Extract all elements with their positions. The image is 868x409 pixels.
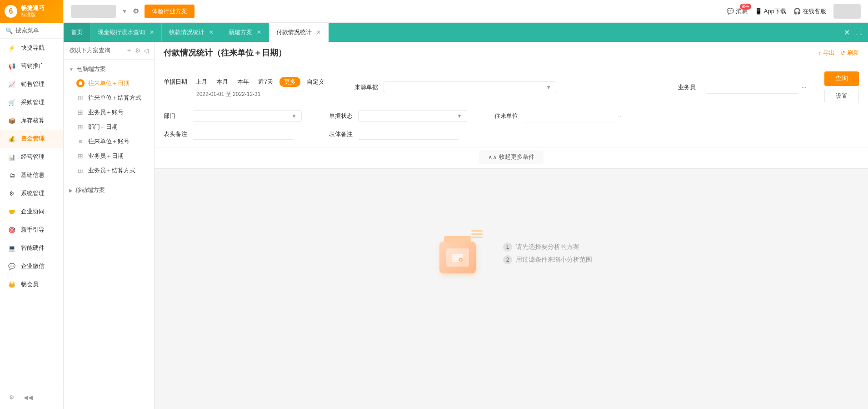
user-avatar[interactable] bbox=[833, 4, 861, 19]
desktop-scheme-group-title[interactable]: ▼ 电脑端方案 bbox=[64, 62, 154, 76]
sidebar-item-wechat[interactable]: 💬 企业微信 bbox=[0, 257, 63, 275]
header-note-input[interactable] bbox=[193, 129, 293, 140]
counterpart-dots[interactable]: ··· bbox=[618, 113, 623, 119]
salesperson-dots[interactable]: ··· bbox=[802, 84, 806, 91]
search-label: 搜索菜单 bbox=[15, 26, 39, 35]
sidebar-item-marketing[interactable]: 📢 营销推广 bbox=[0, 57, 63, 75]
scheme-item-dept-date[interactable]: ⊞ 部门＋日期 bbox=[64, 120, 154, 134]
sidebar-item-smart[interactable]: 💻 智能硬件 bbox=[0, 239, 63, 257]
sidebar-label-marketing: 营销推广 bbox=[21, 62, 45, 70]
service-label: 在线客服 bbox=[803, 7, 826, 15]
sidebar-search[interactable]: 🔍 搜索菜单 bbox=[0, 23, 63, 39]
scheme-panel-title-area: 按以下方案查询 bbox=[69, 46, 110, 55]
message-icon: 💬 bbox=[727, 8, 734, 15]
collapse-button[interactable]: ∧∧ 收起更多条件 bbox=[479, 150, 544, 164]
system-icon: ⚙ bbox=[7, 189, 16, 198]
hint-text-1: 请先选择要分析的方案 bbox=[516, 243, 579, 251]
right-content: 付款情况统计（往来单位＋日期） ↑ 导出 ↺ 刷新 单据日期 bbox=[155, 42, 868, 409]
sidebar-item-operations[interactable]: 📊 经营管理 bbox=[0, 148, 63, 166]
tab-new-scheme-close[interactable]: ✕ bbox=[257, 29, 261, 35]
scheme-item-counterpart-payment[interactable]: ⊞ 往来单位＋结算方式 bbox=[64, 91, 154, 105]
app-name: 畅捷通巧 bbox=[21, 5, 45, 12]
tab-bank-flow-close[interactable]: ✕ bbox=[150, 29, 154, 35]
app-download-button[interactable]: 📱 App下载 bbox=[755, 7, 786, 15]
scheme-panel-title: 按以下方案查询 bbox=[69, 46, 110, 55]
sidebar-item-cooperation[interactable]: 🤝 企业协同 bbox=[0, 202, 63, 221]
scheme-item-counterpart-date[interactable]: 往来单位＋日期 bbox=[64, 76, 154, 91]
grid-icon-5: ⊞ bbox=[76, 167, 85, 175]
sidebar-item-member[interactable]: 👑 畅会员 bbox=[0, 275, 63, 293]
setting-button[interactable]: 设置 bbox=[824, 89, 859, 103]
sidebar-item-sales[interactable]: 📈 销售管理 bbox=[0, 75, 63, 93]
scheme-label-counterpart-date: 往来单位＋日期 bbox=[88, 79, 130, 87]
page-header: 付款情况统计（往来单位＋日期） ↑ 导出 ↺ 刷新 bbox=[155, 42, 868, 64]
header-right: 💬 消息 99+ 📱 App下载 🎧 在线客服 bbox=[727, 4, 861, 19]
body-note-input[interactable] bbox=[358, 129, 458, 140]
date-range-display: 2022-01-01 至 2022-12-31 bbox=[196, 91, 260, 97]
sidebar-item-inventory[interactable]: 📦 库存核算 bbox=[0, 111, 63, 130]
tab-bank-flow[interactable]: 现金银行流水查询 ✕ bbox=[90, 23, 162, 42]
date-opt-7days[interactable]: 近7天 bbox=[255, 77, 276, 87]
mobile-scheme-group-title[interactable]: ▶ 移动端方案 bbox=[64, 183, 154, 197]
tab-new-scheme[interactable]: 新建方案 ✕ bbox=[221, 23, 269, 42]
scheme-collapse-btn[interactable]: ◁ bbox=[144, 47, 149, 54]
sidebar-label-system: 系统管理 bbox=[21, 189, 45, 197]
desktop-group-arrow: ▼ bbox=[69, 67, 74, 72]
add-scheme-btn[interactable]: ＋ bbox=[126, 46, 132, 55]
tab-new-scheme-label: 新建方案 bbox=[229, 28, 252, 36]
sidebar-label-basic-info: 基础信息 bbox=[21, 171, 45, 179]
tab-expand-icon[interactable]: ⛶ bbox=[855, 28, 863, 36]
dept-select[interactable]: ▼ bbox=[193, 110, 302, 122]
sidebar-settings-btn[interactable]: ⚙ bbox=[5, 391, 18, 404]
date-opt-more[interactable]: 更多 bbox=[279, 77, 300, 87]
sidebar-item-system[interactable]: ⚙ 系统管理 bbox=[0, 184, 63, 202]
tab-payment-stat-label: 付款情况统计 bbox=[276, 28, 312, 36]
doc-status-select[interactable]: ▼ bbox=[358, 110, 467, 122]
tab-home[interactable]: 首页 bbox=[64, 23, 90, 42]
sidebar-item-basic-info[interactable]: 🗂 基础信息 bbox=[0, 166, 63, 184]
source-doc-select[interactable]: ▼ bbox=[384, 81, 556, 93]
sidebar-item-purchase[interactable]: 🛒 采购管理 bbox=[0, 93, 63, 111]
header-dropdown-arrow[interactable]: ▼ bbox=[122, 8, 127, 15]
svg-point-0 bbox=[79, 81, 82, 85]
avatar bbox=[71, 5, 116, 18]
wechat-icon: 💬 bbox=[7, 262, 16, 271]
scheme-item-salesperson-account[interactable]: ⊞ 业务员＋账号 bbox=[64, 105, 154, 120]
sidebar-collapse-btn[interactable]: ◀◀ bbox=[22, 391, 35, 404]
tab-close-all-icon[interactable]: ✕ bbox=[844, 28, 850, 37]
tab-receipt-stat[interactable]: 收款情况统计 ✕ bbox=[162, 23, 221, 42]
tab-home-label: 首页 bbox=[71, 28, 83, 36]
scheme-item-salesperson-payment[interactable]: ⊞ 业务员＋结算方式 bbox=[64, 163, 154, 178]
page-title: 付款情况统计（往来单位＋日期） bbox=[164, 47, 286, 58]
export-button[interactable]: ↑ 导出 bbox=[818, 49, 835, 57]
tab-receipt-stat-close[interactable]: ✕ bbox=[209, 29, 214, 35]
scheme-item-salesperson-date[interactable]: ⊞ 业务员＋日期 bbox=[64, 149, 154, 163]
scheme-settings-btn[interactable]: ⚙ bbox=[135, 47, 141, 54]
sidebar-item-guide[interactable]: 🎯 新手引导 bbox=[0, 221, 63, 239]
main-content: 按以下方案查询 ＋ ⚙ ◁ ▼ 电脑端方案 往来单位＋日期 bbox=[64, 42, 868, 409]
page-actions: ↑ 导出 ↺ 刷新 bbox=[818, 49, 859, 57]
member-icon: 👑 bbox=[7, 280, 16, 289]
tab-payment-stat[interactable]: 付款情况统计 ✕ bbox=[269, 23, 329, 42]
header-gear-icon[interactable]: ⚙ bbox=[133, 7, 139, 15]
header: ▼ ⚙ 体验行业方案 💬 消息 99+ 📱 App下载 🎧 在线客服 bbox=[64, 0, 868, 23]
online-service-button[interactable]: 🎧 在线客服 bbox=[793, 7, 826, 15]
message-badge: 99+ bbox=[740, 4, 751, 10]
sidebar-label-funds: 资金管理 bbox=[21, 135, 45, 143]
refresh-button[interactable]: ↺ 刷新 bbox=[840, 49, 859, 57]
sidebar-item-quick-nav[interactable]: ⚡ 快捷导航 bbox=[0, 39, 63, 57]
date-opt-this-year[interactable]: 本年 bbox=[234, 77, 252, 87]
date-opt-this-month[interactable]: 本月 bbox=[214, 77, 231, 87]
scheme-item-counterpart-account[interactable]: ≡ 往来单位＋账号 bbox=[64, 134, 154, 149]
header-user[interactable] bbox=[71, 5, 116, 18]
dept-arrow: ▼ bbox=[291, 113, 297, 119]
scheme-panel-actions: ＋ ⚙ ◁ bbox=[126, 46, 149, 55]
query-button[interactable]: 查询 bbox=[824, 71, 859, 86]
date-opt-last-month[interactable]: 上月 bbox=[193, 77, 210, 87]
scheme-panel-header: 按以下方案查询 ＋ ⚙ ◁ bbox=[64, 42, 154, 60]
sidebar-item-funds[interactable]: 💰 资金管理 bbox=[0, 130, 63, 148]
message-button[interactable]: 💬 消息 99+ bbox=[727, 7, 748, 15]
trial-button[interactable]: 体验行业方案 bbox=[145, 5, 195, 18]
date-opt-custom[interactable]: 自定义 bbox=[304, 77, 327, 87]
tab-payment-stat-close[interactable]: ✕ bbox=[316, 29, 321, 35]
